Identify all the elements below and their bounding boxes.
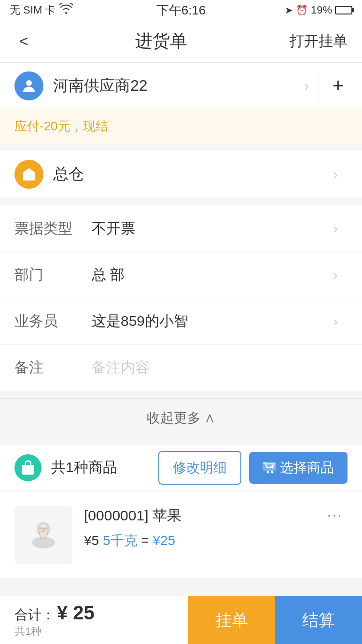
cart-icon bbox=[263, 462, 276, 474]
invoice-type-row[interactable]: 票据类型 不开票 › bbox=[0, 205, 362, 252]
product-unit-price: ¥5 bbox=[84, 533, 99, 548]
open-hang-button[interactable]: 打开挂单 bbox=[290, 31, 348, 51]
remark-placeholder: 备注内容 bbox=[92, 358, 150, 378]
supplier-card: 河南供应商22 › + 应付-20元，现结 bbox=[0, 63, 362, 143]
house-icon bbox=[21, 166, 37, 182]
warehouse-icon bbox=[14, 160, 43, 189]
warehouse-row[interactable]: 总仓 › bbox=[0, 151, 362, 197]
product-header-icon bbox=[14, 454, 42, 481]
salesman-value: 这是859的小智 bbox=[92, 311, 333, 331]
product-thumbnail: 🦉 bbox=[14, 506, 72, 564]
total-section: 合计： ¥ 25 共1种 bbox=[0, 596, 188, 644]
edit-detail-button[interactable]: 修改明细 bbox=[158, 451, 241, 485]
product-name: [0000001] 苹果 bbox=[84, 506, 322, 526]
status-right: ➤ ⏰ 19% bbox=[285, 4, 352, 16]
supplier-notice: 应付-20元，现结 bbox=[0, 109, 362, 143]
product-header: 共1种商品 修改明细 选择商品 bbox=[0, 445, 362, 491]
page-title: 进货单 bbox=[135, 29, 187, 53]
battery-icon bbox=[335, 6, 352, 14]
salesman-row[interactable]: 业务员 这是859的小智 › bbox=[0, 298, 362, 344]
invoice-type-label: 票据类型 bbox=[14, 219, 92, 238]
bag-icon bbox=[20, 460, 36, 476]
settle-button[interactable]: 结算 bbox=[275, 596, 362, 644]
supplier-avatar bbox=[14, 71, 43, 100]
warehouse-chevron-icon: › bbox=[333, 166, 338, 182]
product-thumb-icon: 🦉 bbox=[24, 516, 63, 554]
department-row[interactable]: 部门 总 部 › bbox=[0, 252, 362, 298]
back-button[interactable]: < bbox=[14, 28, 33, 55]
battery-percent: 19% bbox=[311, 4, 332, 16]
status-bar: 无 SIM 卡 下午6:16 ➤ ⏰ 19% bbox=[0, 0, 362, 20]
supplier-row[interactable]: 河南供应商22 › + bbox=[0, 63, 362, 109]
salesman-label: 业务员 bbox=[14, 311, 92, 331]
invoice-type-value: 不开票 bbox=[92, 219, 333, 238]
product-total: ¥25 bbox=[153, 533, 175, 548]
invoice-chevron-icon: › bbox=[333, 220, 338, 237]
product-item: 🦉 [0000001] 苹果 ¥5 5千克 = ¥25 ··· bbox=[0, 491, 362, 578]
department-label: 部门 bbox=[14, 265, 92, 285]
svg-point-0 bbox=[26, 80, 32, 86]
status-time: 下午6:16 bbox=[156, 2, 206, 19]
nav-bar: < 进货单 打开挂单 bbox=[0, 20, 362, 63]
remark-row[interactable]: 备注 备注内容 bbox=[0, 344, 362, 391]
select-product-button[interactable]: 选择商品 bbox=[249, 452, 348, 484]
select-product-label: 选择商品 bbox=[280, 459, 334, 477]
product-quantity: 5千克 bbox=[103, 533, 138, 548]
remark-label: 备注 bbox=[14, 358, 92, 378]
warehouse-card: 总仓 › bbox=[0, 151, 362, 197]
svg-rect-2 bbox=[22, 465, 34, 475]
svg-point-4 bbox=[267, 471, 269, 473]
hang-button[interactable]: 挂单 bbox=[188, 596, 275, 644]
form-card: 票据类型 不开票 › 部门 总 部 › 业务员 这是859的小智 › 备注 备注… bbox=[0, 205, 362, 391]
total-amount: ¥ 25 bbox=[57, 602, 95, 624]
salesman-chevron-icon: › bbox=[333, 313, 338, 330]
bottom-bar: 合计： ¥ 25 共1种 挂单 结算 bbox=[0, 596, 362, 644]
svg-point-5 bbox=[271, 471, 274, 473]
person-icon bbox=[20, 77, 38, 95]
product-card: 共1种商品 修改明细 选择商品 bbox=[0, 445, 362, 578]
product-code: [0000001] bbox=[84, 507, 148, 523]
chevron-right-icon: › bbox=[304, 78, 309, 94]
product-info: [0000001] 苹果 ¥5 5千克 = ¥25 bbox=[84, 506, 322, 550]
department-value: 总 部 bbox=[92, 265, 333, 285]
warehouse-name: 总仓 bbox=[53, 164, 333, 185]
separator bbox=[0, 437, 362, 445]
total-count: 共1种 bbox=[14, 624, 174, 639]
location-icon: ➤ bbox=[285, 4, 293, 16]
svg-text:🦉: 🦉 bbox=[36, 526, 51, 540]
status-left: 无 SIM 卡 bbox=[10, 3, 73, 17]
wifi-icon bbox=[59, 3, 73, 17]
department-chevron-icon: › bbox=[333, 267, 338, 283]
svg-rect-1 bbox=[27, 174, 31, 181]
content-area: 河南供应商22 › + 应付-20元，现结 总仓 › 票据类型 不开票 › 部门 bbox=[0, 63, 362, 644]
product-count: 共1种商品 bbox=[51, 458, 158, 477]
equals-sign: = bbox=[141, 533, 153, 548]
carrier-label: 无 SIM 卡 bbox=[10, 3, 56, 17]
total-label: 合计： bbox=[14, 606, 55, 624]
add-supplier-button[interactable]: + bbox=[319, 71, 348, 100]
alarm-icon: ⏰ bbox=[296, 4, 308, 16]
product-price-row: ¥5 5千克 = ¥25 bbox=[84, 532, 322, 550]
collapse-more-button[interactable]: 收起更多 ∧ bbox=[0, 398, 362, 437]
supplier-name: 河南供应商22 bbox=[53, 75, 304, 97]
product-title: 苹果 bbox=[153, 507, 181, 523]
product-more-button[interactable]: ··· bbox=[322, 506, 348, 524]
